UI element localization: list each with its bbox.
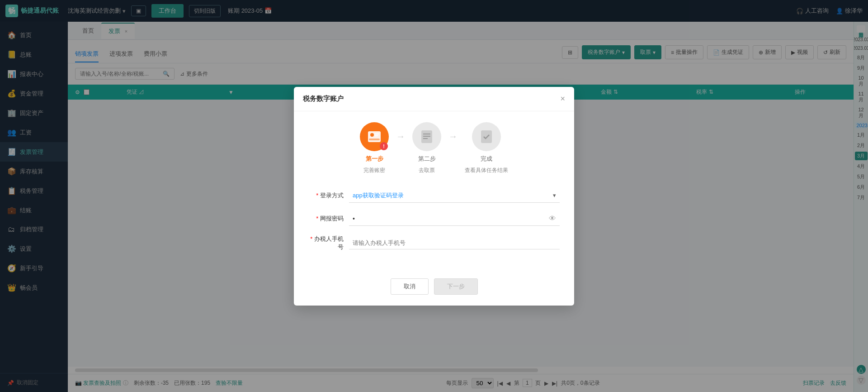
- step-1-badge: !: [380, 142, 388, 150]
- step-1-icon: !: [360, 122, 389, 151]
- step-3-label: 完成: [481, 155, 492, 163]
- step-arrow-2: →: [441, 131, 465, 142]
- svg-rect-2: [369, 139, 380, 140]
- step-3-icon: [472, 122, 501, 151]
- login-method-label: * 登录方式: [308, 191, 349, 200]
- svg-rect-9: [481, 130, 492, 143]
- modal-header: 税务数字账户 ×: [294, 87, 574, 111]
- step-3-desc: 查看具体任务结果: [465, 167, 508, 174]
- form-row-login-method: * 登录方式 app获取验证码登录 ▾: [308, 189, 560, 203]
- password-label: * 网报密码: [308, 215, 349, 223]
- next-button[interactable]: 下一步: [434, 278, 478, 295]
- step-2-label: 第二步: [418, 155, 436, 163]
- phone-input[interactable]: [353, 239, 556, 246]
- form-row-password: * 网报密码 👁: [308, 212, 560, 226]
- modal-body: ! 第一步 完善账密 →: [294, 111, 574, 271]
- password-input[interactable]: [353, 215, 549, 222]
- steps-indicator: ! 第一步 完善账密 →: [308, 122, 560, 174]
- modal-dialog: 税务数字账户 × !: [294, 87, 574, 306]
- step-2-icon: [412, 122, 441, 151]
- modal-close-btn[interactable]: ×: [560, 94, 565, 104]
- eye-icon[interactable]: 👁: [549, 215, 556, 223]
- step-2-desc: 去取票: [419, 167, 435, 174]
- step-1-label: 第一步: [366, 155, 383, 163]
- step-arrow-1: →: [389, 131, 412, 142]
- step-1-desc: 完善账密: [363, 167, 385, 174]
- cancel-button[interactable]: 取消: [391, 278, 429, 295]
- step-1: ! 第一步 完善账密: [360, 122, 389, 174]
- login-method-select[interactable]: app获取验证码登录 ▾: [349, 189, 560, 203]
- modal-footer: 取消 下一步: [294, 271, 574, 306]
- phone-field-wrapper: [349, 237, 560, 249]
- svg-rect-0: [368, 131, 381, 142]
- modal-title: 税务数字账户: [303, 95, 344, 103]
- form-row-phone: * 办税人手机号: [308, 235, 560, 251]
- login-method-value: app获取验证码登录: [353, 191, 404, 200]
- password-field-wrapper: 👁: [349, 212, 560, 226]
- step-3: 完成 查看具体任务结果: [465, 122, 508, 174]
- svg-point-1: [370, 133, 374, 137]
- chevron-down-icon: ▾: [553, 192, 556, 199]
- phone-label: * 办税人手机号: [308, 235, 349, 251]
- modal-overlay: 税务数字账户 × !: [0, 0, 868, 392]
- step-2: 第二步 去取票: [412, 122, 441, 174]
